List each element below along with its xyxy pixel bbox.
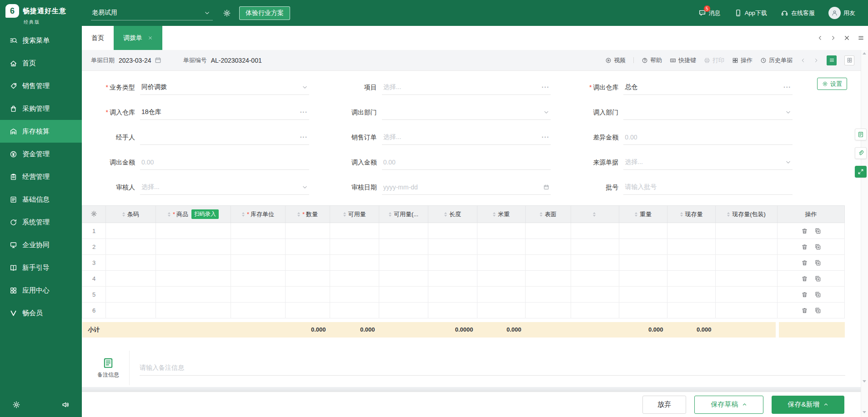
copy-row-icon[interactable]: [814, 307, 821, 314]
col-weight[interactable]: 重量: [619, 206, 667, 223]
sidebar-settings-icon[interactable]: [12, 401, 20, 409]
ellipsis-icon[interactable]: ···: [300, 109, 308, 116]
sidebar-item-purchase[interactable]: 采购管理: [0, 97, 82, 120]
col-available[interactable]: 可用量: [330, 206, 379, 223]
sort-icon[interactable]: [343, 212, 346, 217]
sidebar-item-business[interactable]: 经营管理: [0, 165, 82, 188]
sort-icon[interactable]: [168, 212, 171, 217]
cell-meterweight[interactable]: [477, 271, 526, 287]
cell-extra[interactable]: [571, 223, 619, 239]
ellipsis-icon[interactable]: ···: [542, 134, 549, 141]
cell-meterweight[interactable]: [477, 287, 526, 303]
cell-stock[interactable]: [667, 303, 716, 318]
sort-icon[interactable]: [493, 212, 496, 217]
source_doc-input[interactable]: 选择...: [623, 155, 793, 170]
cell-meterweight[interactable]: [477, 223, 526, 239]
cell-product[interactable]: [156, 223, 231, 239]
cell-surface[interactable]: [526, 239, 571, 255]
doc-date-value[interactable]: 2023-03-24: [119, 57, 151, 64]
cell-meterweight[interactable]: [477, 255, 526, 271]
cell-length[interactable]: [428, 303, 477, 318]
discard-button[interactable]: 放弃: [642, 396, 686, 414]
cell-stockpack[interactable]: [716, 255, 778, 271]
sort-icon[interactable]: [593, 212, 596, 217]
column-settings-button[interactable]: [82, 206, 106, 223]
cell-surface[interactable]: [526, 287, 571, 303]
chevron-down-icon[interactable]: [302, 184, 308, 190]
tool-hotkeys-button[interactable]: 快捷键: [670, 56, 696, 65]
ellipsis-icon[interactable]: ···: [300, 134, 308, 141]
cell-barcode[interactable]: [106, 287, 156, 303]
sort-icon[interactable]: [297, 212, 300, 217]
cell-extra[interactable]: [571, 287, 619, 303]
in_wh-input[interactable]: 18仓库···: [140, 105, 309, 120]
cell-product[interactable]: [156, 255, 231, 271]
sidebar-item-inventory[interactable]: 库存核算: [0, 120, 82, 143]
attachment-tool-icon[interactable]: [855, 147, 867, 159]
cell-available[interactable]: [330, 239, 379, 255]
delete-row-icon[interactable]: [801, 228, 808, 234]
sales_order-input[interactable]: 选择...···: [382, 130, 551, 145]
save-draft-button[interactable]: 保存草稿: [694, 396, 763, 414]
cell-available2[interactable]: [379, 303, 428, 318]
col-stockpack[interactable]: 现存量(包装): [716, 206, 778, 223]
cell-barcode[interactable]: [106, 303, 156, 318]
chevron-down-icon[interactable]: [543, 109, 549, 115]
tool-history-button[interactable]: 历史单据: [760, 56, 793, 65]
sort-icon[interactable]: [444, 212, 447, 217]
biz_type-input[interactable]: 同价调拨: [140, 80, 309, 95]
cell-available[interactable]: [330, 255, 379, 271]
delete-row-icon[interactable]: [801, 243, 808, 250]
copy-row-icon[interactable]: [814, 275, 821, 282]
settings-button[interactable]: 设置: [817, 78, 847, 90]
online-service-button[interactable]: 在线客服: [781, 9, 815, 17]
doc-next-icon[interactable]: [813, 58, 819, 63]
cell-weight[interactable]: [619, 271, 667, 287]
cell-available2[interactable]: [379, 255, 428, 271]
cell-qty[interactable]: [286, 271, 330, 287]
cell-weight[interactable]: [619, 223, 667, 239]
cell-stockpack[interactable]: [716, 239, 778, 255]
col-product[interactable]: *商品扫码录入: [156, 206, 231, 223]
sort-icon[interactable]: [540, 212, 542, 217]
col-meterweight[interactable]: 米重: [477, 206, 526, 223]
cell-weight[interactable]: [619, 287, 667, 303]
scan-entry-button[interactable]: 扫码录入: [191, 209, 219, 219]
chevron-down-icon[interactable]: [785, 159, 791, 165]
expand-tool-icon[interactable]: [855, 166, 867, 178]
col-barcode[interactable]: 条码: [106, 206, 156, 223]
audit_date-input[interactable]: yyyy-mm-dd: [382, 180, 551, 195]
cell-unit[interactable]: [231, 303, 286, 318]
cell-available[interactable]: [330, 271, 379, 287]
tabs-list-button[interactable]: [858, 35, 864, 41]
delete-row-icon[interactable]: [801, 307, 808, 314]
cell-extra[interactable]: [571, 271, 619, 287]
cell-length[interactable]: [428, 287, 477, 303]
cell-stock[interactable]: [667, 255, 716, 271]
cell-available2[interactable]: [379, 223, 428, 239]
cell-length[interactable]: [428, 223, 477, 239]
delete-row-icon[interactable]: [801, 259, 808, 266]
tool-actions-button[interactable]: 操作: [732, 56, 753, 65]
cell-barcode[interactable]: [106, 255, 156, 271]
doc-prev-icon[interactable]: [800, 58, 806, 63]
tabs-prev-button[interactable]: [817, 35, 823, 41]
tabs-close-button[interactable]: [843, 35, 850, 41]
cell-stock[interactable]: [667, 239, 716, 255]
handler-input[interactable]: ···: [140, 130, 309, 145]
col-length[interactable]: 长度: [428, 206, 477, 223]
cell-product[interactable]: [156, 271, 231, 287]
ellipsis-icon[interactable]: ···: [542, 84, 549, 91]
sidebar-item-sales[interactable]: 销售管理: [0, 74, 82, 97]
col-stock[interactable]: 现存量: [667, 206, 716, 223]
out_amount-input[interactable]: 0.00: [140, 155, 309, 170]
in_dept-input[interactable]: [623, 105, 793, 120]
sidebar-item-search[interactable]: 搜索菜单: [0, 29, 82, 52]
cell-available2[interactable]: [379, 287, 428, 303]
diff_amount-input[interactable]: 0.00: [623, 130, 793, 145]
cell-extra[interactable]: [571, 255, 619, 271]
sidebar-item-home[interactable]: 首页: [0, 52, 82, 74]
cell-qty[interactable]: [286, 223, 330, 239]
cell-weight[interactable]: [619, 255, 667, 271]
cell-stockpack[interactable]: [716, 287, 778, 303]
